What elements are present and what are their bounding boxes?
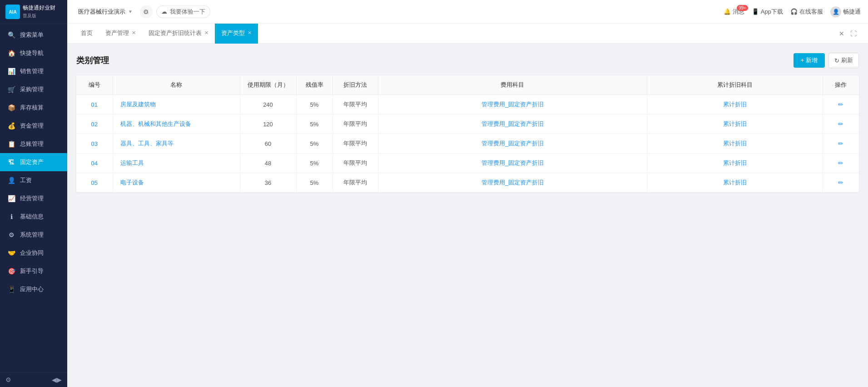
sidebar-item-ledger[interactable]: 📋 总账管理 bbox=[0, 135, 67, 153]
page-header: 类别管理 + 新增 ↻ 刷新 bbox=[76, 53, 859, 68]
cell-name: 机器、机械和其他生产设备 bbox=[113, 114, 240, 134]
sales-icon: 📊 bbox=[7, 67, 15, 75]
sidebar-item-fixed-assets[interactable]: 🏗 固定资产 bbox=[0, 153, 67, 171]
purchase-icon: 🛒 bbox=[7, 85, 15, 94]
sidebar-item-purchase[interactable]: 🛒 采购管理 bbox=[0, 80, 67, 99]
col-period: 使用期限（月） bbox=[240, 75, 296, 95]
cell-code: 02 bbox=[76, 114, 113, 134]
cell-method: 年限平均 bbox=[332, 95, 378, 114]
sidebar-footer: ⚙ ◀▶ bbox=[0, 372, 67, 387]
user-name: 畅捷通 bbox=[843, 8, 861, 16]
sidebar-label-quick-nav: 快捷导航 bbox=[20, 49, 44, 57]
table-row: 03 器具、工具、家具等 60 5% 年限平均 管理费用_固定资产折旧 累计折旧… bbox=[76, 134, 859, 154]
col-actions: 操作 bbox=[823, 75, 859, 95]
sidebar-item-inventory[interactable]: 📦 库存核算 bbox=[0, 99, 67, 117]
sidebar-item-quick-nav[interactable]: 🏠 快捷导航 bbox=[0, 44, 67, 62]
asset-types-table: 编号 名称 使用期限（月） 残值率 折旧方法 费用科目 累计折旧科目 操作 01… bbox=[76, 75, 859, 192]
tab-home[interactable]: 首页 bbox=[74, 24, 99, 44]
sidebar-item-operations[interactable]: 📈 经营管理 bbox=[0, 189, 67, 208]
edit-icon[interactable]: ✏ bbox=[838, 179, 843, 186]
topbar-left: 医疗器械行业演示 ▼ ⚙ ☁ 我要体验一下 bbox=[74, 5, 210, 18]
cell-expense: 管理费用_固定资产折旧 bbox=[378, 114, 647, 134]
sidebar-item-funds[interactable]: 💰 资金管理 bbox=[0, 117, 67, 135]
logo-text: 畅捷通好业财 bbox=[23, 5, 55, 12]
cell-code: 05 bbox=[76, 173, 113, 193]
tab-home-label: 首页 bbox=[81, 29, 93, 37]
experience-button[interactable]: ☁ 我要体验一下 bbox=[156, 5, 210, 18]
collapse-icon[interactable]: ◀▶ bbox=[52, 376, 62, 383]
edit-icon[interactable]: ✏ bbox=[838, 101, 843, 108]
company-name: 医疗器械行业演示 bbox=[78, 8, 125, 16]
refresh-button[interactable]: ↻ 刷新 bbox=[828, 53, 859, 68]
main-area: 医疗器械行业演示 ▼ ⚙ ☁ 我要体验一下 🔔 消息 99+ 📱 App下载 🎧… bbox=[67, 0, 868, 387]
table-row: 01 房屋及建筑物 240 5% 年限平均 管理费用_固定资产折旧 累计折旧 ✏ bbox=[76, 95, 859, 114]
sidebar-item-enterprise[interactable]: 🤝 企业协同 bbox=[0, 244, 67, 262]
tab-depreciation-table[interactable]: 固定资产折旧统计表 ✕ bbox=[142, 24, 215, 44]
bell-icon: 🔔 bbox=[724, 8, 731, 15]
maximize-window-button[interactable]: ⛶ bbox=[848, 28, 859, 39]
home-icon: 🏠 bbox=[7, 49, 15, 57]
table-header-row: 编号 名称 使用期限（月） 残值率 折旧方法 费用科目 累计折旧科目 操作 bbox=[76, 75, 859, 95]
cell-edit[interactable]: ✏ bbox=[823, 134, 859, 154]
cell-accumulated: 累计折旧 bbox=[647, 114, 823, 134]
settings-button[interactable]: ⚙ bbox=[140, 5, 153, 18]
refresh-label: 刷新 bbox=[841, 56, 853, 64]
col-expense: 费用科目 bbox=[378, 75, 647, 95]
system-icon: ⚙ bbox=[7, 231, 15, 239]
sidebar-item-app-center[interactable]: 📱 应用中心 bbox=[0, 280, 67, 298]
notifications-badge: 99+ bbox=[737, 5, 748, 11]
funds-icon: 💰 bbox=[7, 122, 15, 130]
cell-expense: 管理费用_固定资产折旧 bbox=[378, 154, 647, 173]
cell-name: 器具、工具、家具等 bbox=[113, 134, 240, 154]
col-residual: 残值率 bbox=[296, 75, 332, 95]
cell-accumulated: 累计折旧 bbox=[647, 95, 823, 114]
app-center-icon: 📱 bbox=[7, 285, 15, 293]
sidebar-item-sales[interactable]: 📊 销售管理 bbox=[0, 62, 67, 80]
user-item[interactable]: 👤 畅捷通 bbox=[830, 6, 861, 17]
notifications-item[interactable]: 🔔 消息 99+ bbox=[724, 8, 744, 16]
cell-period: 240 bbox=[240, 95, 296, 114]
sidebar-item-payroll[interactable]: 👤 工资 bbox=[0, 171, 67, 189]
tab-asset-management-label: 资产管理 bbox=[105, 29, 129, 37]
window-controls: ✕ ⛶ bbox=[258, 28, 861, 39]
refresh-icon: ↻ bbox=[834, 57, 839, 64]
app-download-label: App下载 bbox=[761, 8, 783, 16]
cell-residual: 5% bbox=[296, 173, 332, 193]
sidebar-label-enterprise: 企业协同 bbox=[20, 249, 44, 257]
company-selector[interactable]: 医疗器械行业演示 ▼ bbox=[74, 6, 136, 18]
user-avatar: 👤 bbox=[830, 6, 841, 17]
experience-text: 我要体验一下 bbox=[170, 8, 205, 16]
app-download-item[interactable]: 📱 App下载 bbox=[752, 8, 783, 16]
sidebar-item-search[interactable]: 🔍 搜索菜单 bbox=[0, 26, 67, 44]
cell-edit[interactable]: ✏ bbox=[823, 173, 859, 193]
tab-asset-type[interactable]: 资产类型 ✕ bbox=[215, 24, 258, 44]
sidebar-item-basic-info[interactable]: ℹ 基础信息 bbox=[0, 208, 67, 226]
edit-icon[interactable]: ✏ bbox=[838, 140, 843, 147]
cell-name: 运输工具 bbox=[113, 154, 240, 173]
new-button[interactable]: + 新增 bbox=[794, 53, 825, 68]
cell-edit[interactable]: ✏ bbox=[823, 114, 859, 134]
cell-edit[interactable]: ✏ bbox=[823, 154, 859, 173]
sidebar-item-system[interactable]: ⚙ 系统管理 bbox=[0, 226, 67, 244]
tab-depreciation-table-close[interactable]: ✕ bbox=[204, 30, 208, 35]
tab-asset-management[interactable]: 资产管理 ✕ bbox=[99, 24, 142, 44]
cell-code: 04 bbox=[76, 154, 113, 173]
cell-edit[interactable]: ✏ bbox=[823, 95, 859, 114]
table-row: 05 电子设备 36 5% 年限平均 管理费用_固定资产折旧 累计折旧 ✏ bbox=[76, 173, 859, 193]
cell-residual: 5% bbox=[296, 134, 332, 154]
tab-asset-type-close[interactable]: ✕ bbox=[248, 30, 252, 35]
online-service-item[interactable]: 🎧 在线客服 bbox=[790, 8, 823, 16]
search-icon: 🔍 bbox=[7, 31, 15, 39]
payroll-icon: 👤 bbox=[7, 176, 15, 184]
settings-icon[interactable]: ⚙ bbox=[5, 376, 11, 383]
cell-expense: 管理费用_固定资产折旧 bbox=[378, 95, 647, 114]
edit-icon[interactable]: ✏ bbox=[838, 159, 843, 167]
tab-asset-management-close[interactable]: ✕ bbox=[132, 30, 136, 35]
edit-icon[interactable]: ✏ bbox=[838, 120, 843, 128]
cell-code: 03 bbox=[76, 134, 113, 154]
close-window-button[interactable]: ✕ bbox=[836, 28, 847, 39]
app-logo: AIA 畅捷通好业财 普及版 bbox=[0, 0, 67, 24]
sidebar-nav: 🔍 搜索菜单 🏠 快捷导航 📊 销售管理 🛒 采购管理 📦 库存核算 💰 资金管… bbox=[0, 24, 67, 372]
page-title: 类别管理 bbox=[76, 55, 109, 66]
sidebar-item-beginner[interactable]: 🎯 新手引导 bbox=[0, 262, 67, 280]
